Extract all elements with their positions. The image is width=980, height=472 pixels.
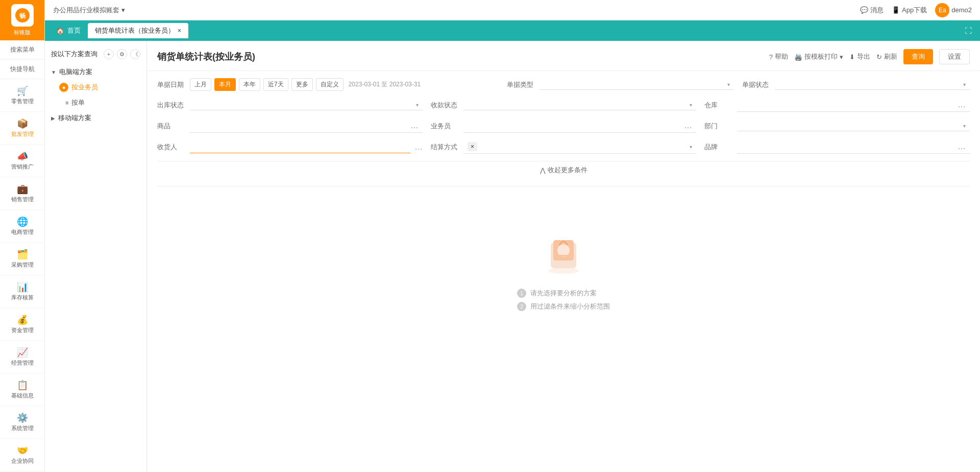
mobile-arrow-icon: ▶ [51,115,55,121]
sidebar-item-marketing[interactable]: 📣 营销推广 [0,145,44,177]
sidebar-logo: 畅 标账版 [0,0,44,40]
date-last-month[interactable]: 上月 [190,78,211,91]
wholesale-icon: 📦 [17,118,28,129]
tip-text-2: 用过滤条件来缩小分析范围 [530,302,610,311]
help-icon: ? [769,53,773,61]
salesperson-item-label: 按业务员 [71,83,98,92]
warehouse-dots: … [958,100,966,109]
salesperson-select[interactable]: … [463,119,696,133]
sidebar-item-enterprise[interactable]: 🤝 企业协同 [0,439,44,471]
tab-home[interactable]: 🏠 首页 [49,23,88,38]
refresh-btn[interactable]: ↻ 刷新 [876,52,897,61]
date-filter-item: 单据日期 上月 本月 本年 近7天 更多 自定义 2023-03-01 至 20… [157,78,499,91]
receipt-status-filter-item: 收款状态 ▾ [431,100,696,110]
settings-button[interactable]: 设置 [939,49,970,64]
right-main: 销货单统计表(按业务员) ? 帮助 🖨️ 按模板打印 ▾ ⬇ 导出 [147,41,980,472]
left-panel-header: 按以下方案查询 + ⚙ 《 [45,46,146,62]
message-btn[interactable]: 💬 消息 [860,6,884,15]
enterprise-label: 企业协同 [11,457,34,465]
sidebar-search-section[interactable]: 搜索菜单 [0,40,44,60]
receiver-input[interactable] [190,141,410,153]
date-last-7days[interactable]: 近7天 [263,78,288,91]
sidebar-item-operation[interactable]: 📈 经营管理 [0,341,44,373]
print-btn[interactable]: 🖨️ 按模板打印 ▾ [794,52,843,61]
sidebar-item-basic[interactable]: 📋 基础信息 [0,373,44,406]
help-btn[interactable]: ? 帮助 [769,52,788,61]
order-icon: ≡ [65,100,68,106]
app-download-btn[interactable]: 📱 App下载 [892,6,927,15]
mobile-node-label: 移动端方案 [58,113,91,123]
payment-filter-item: 结算方式 × ▾ [431,140,696,154]
sidebar-item-sales[interactable]: 💼 销售管理 [0,177,44,210]
sidebar-item-inventory[interactable]: 📊 库存核算 [0,275,44,308]
brand-select[interactable]: … [737,140,970,154]
tree-desktop-node[interactable]: ▼ 电脑端方案 [45,64,146,80]
desktop-arrow-icon: ▼ [51,69,56,75]
sidebar-item-wholesale[interactable]: 📦 批发管理 [0,112,44,145]
marketing-icon: 📣 [17,151,28,162]
date-more[interactable]: 更多 [291,78,313,91]
warehouse-select[interactable]: … [737,98,970,112]
doc-type-arrow: ▾ [727,82,730,87]
doc-type-select[interactable]: ▾ [540,80,734,90]
department-select[interactable]: ▾ [737,121,970,131]
svg-text:畅: 畅 [19,12,26,19]
inventory-label: 库存核算 [11,294,34,301]
sidebar-item-purchase[interactable]: 🗂️ 采购管理 [0,243,44,275]
payment-label: 结算方式 [431,143,459,152]
left-panel: 按以下方案查询 + ⚙ 《 ▼ 电脑端方案 ● 按业务员 ≡ 按单 [45,41,147,472]
brand-label: 品牌 [704,143,733,152]
operation-icon: 📈 [17,347,28,358]
payment-tag: × [468,142,477,151]
department-arrow: ▾ [963,123,966,129]
brand-dots: … [958,142,966,151]
out-status-select[interactable]: ▾ [190,100,423,110]
collapse-btn[interactable]: ⋀ 收起更多条件 [540,166,587,175]
filter-row-3: 商品 … 业务员 … 部门 [157,119,970,133]
tab-maximize-btn[interactable]: ⛶ [961,27,976,35]
shortcut-nav-section[interactable]: 快捷导航 [0,60,44,79]
doc-status-label: 单据状态 [742,80,771,89]
print-label: 按模板打印 [804,52,838,61]
payment-tag-close[interactable]: × [471,143,474,150]
collapse-panel-btn[interactable]: 《 [130,49,140,59]
doc-status-select[interactable]: ▾ [775,80,970,90]
tab-close-btn[interactable]: × [178,27,181,34]
logo-icon: 畅 [11,4,34,27]
message-icon: 💬 [860,6,868,14]
tab-sales-stats[interactable]: 销货单统计表（按业务员） × [88,23,188,38]
tree-per-order-item[interactable]: ≡ 按单 [45,95,146,110]
date-custom[interactable]: 自定义 [316,78,344,91]
settings-scheme-btn[interactable]: ⚙ [117,49,127,59]
doc-status-arrow: ▾ [963,82,966,87]
date-this-year[interactable]: 本年 [239,78,260,91]
sidebar-item-system[interactable]: ⚙️ 系统管理 [0,406,44,439]
add-scheme-btn[interactable]: + [104,49,114,59]
per-order-label: 按单 [71,98,85,107]
filter-row-1: 单据日期 上月 本月 本年 近7天 更多 自定义 2023-03-01 至 20… [157,78,970,91]
goods-filter-item: 商品 … [157,119,423,133]
export-btn[interactable]: ⬇ 导出 [849,52,870,61]
sidebar-item-retail[interactable]: 🛒 零售管理 [0,79,44,112]
sidebar-item-ecommerce[interactable]: 🌐 电商管理 [0,210,44,243]
tabbar: 🏠 首页 销货单统计表（按业务员） × ⛶ [45,20,980,41]
sales-icon: 💼 [17,183,28,195]
department-filter-item: 部门 ▾ [704,121,970,131]
goods-select[interactable]: … [190,119,423,133]
date-this-month[interactable]: 本月 [214,78,236,91]
wholesale-label: 批发管理 [11,130,34,138]
query-button[interactable]: 查询 [903,49,933,64]
brand-filter-item: 品牌 … [704,140,970,154]
receipt-status-select[interactable]: ▾ [463,100,696,110]
print-icon: 🖨️ [794,53,802,61]
payment-arrow: ▾ [690,144,692,150]
suite-switcher[interactable]: 办公用品行业模拟账套 ▾ [53,6,125,15]
tree-mobile-node[interactable]: ▶ 移动端方案 [45,110,146,126]
payment-select[interactable]: × ▾ [463,140,696,154]
left-panel-title: 按以下方案查询 [51,50,97,59]
out-status-label: 出库状态 [157,101,186,110]
tree-salesperson-item[interactable]: ● 按业务员 [45,80,146,95]
sidebar-item-finance[interactable]: 💰 资金管理 [0,308,44,341]
empty-tips: 1 请先选择要分析的方案 2 用过滤条件来缩小分析范围 [517,289,610,315]
user-profile[interactable]: Ea demo2 [935,3,972,17]
